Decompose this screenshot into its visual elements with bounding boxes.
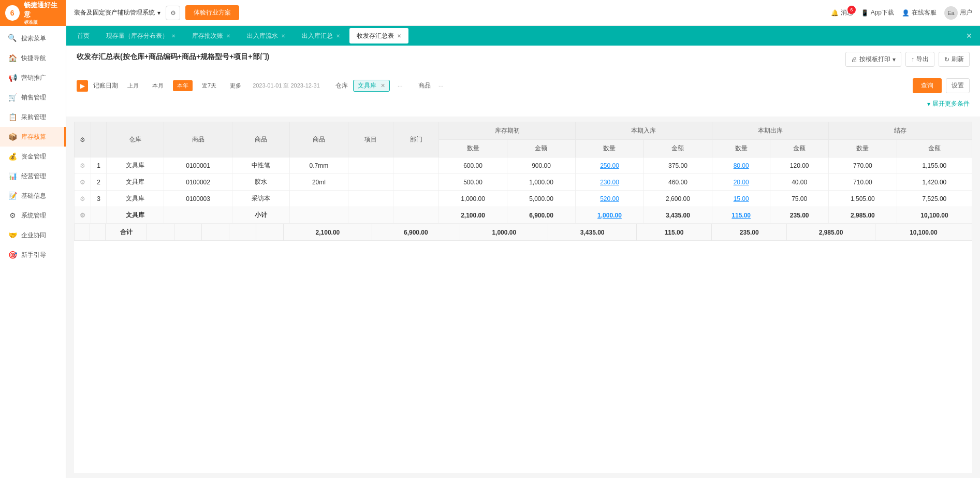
date-btn-more[interactable]: 更多 bbox=[226, 80, 245, 91]
system-title: 装备及固定资产辅助管理系统 bbox=[74, 8, 155, 17]
warehouse-more[interactable]: ··· bbox=[398, 82, 403, 90]
tab-home[interactable]: 首页 bbox=[70, 28, 97, 44]
notification-button[interactable]: 🔔 消息 6 bbox=[831, 8, 853, 17]
underline-link[interactable]: 520.00 bbox=[600, 195, 619, 202]
underline-link[interactable]: 15.00 bbox=[734, 195, 749, 202]
tab-label: 出入库汇总 bbox=[302, 32, 333, 40]
sidebar-item-operations[interactable]: 📊 经营管理 bbox=[0, 166, 66, 186]
refresh-button[interactable]: ↻ 刷新 bbox=[939, 52, 970, 67]
col-spec bbox=[290, 191, 348, 207]
tab-summary[interactable]: 出入库汇总 ✕ bbox=[295, 28, 347, 44]
col-in-amt: 2,600.00 bbox=[643, 191, 712, 207]
sidebar-item-basic-info[interactable]: 📝 基础信息 bbox=[0, 186, 66, 206]
underline-link[interactable]: 250.00 bbox=[600, 162, 619, 169]
underline-link[interactable]: 115.00 bbox=[732, 212, 751, 219]
enterprise-icon: 🤝 bbox=[8, 230, 17, 240]
avatar: Ea bbox=[944, 6, 958, 20]
sidebar-item-system[interactable]: ⚙ 系统管理 bbox=[0, 206, 66, 225]
sidebar-item-label: 快捷导航 bbox=[21, 54, 46, 63]
logo-icon: 6 bbox=[5, 5, 20, 21]
col-name: 采访本 bbox=[232, 191, 290, 207]
total-in-amt: 3,435.00 bbox=[548, 224, 636, 241]
app-download-label: App下载 bbox=[871, 8, 894, 17]
tab-flow[interactable]: 出入库流水 ✕ bbox=[240, 28, 292, 44]
col-bal-amt: 10,100.00 bbox=[897, 207, 972, 224]
tab-close-icon[interactable]: ✕ bbox=[171, 33, 175, 39]
tab-inventory-dist[interactable]: 现存量（库存分布表） ✕ bbox=[99, 28, 183, 44]
col-in-amt: 3,435.00 bbox=[643, 207, 712, 224]
avatar-text: Ea bbox=[947, 10, 954, 16]
query-button[interactable]: 查询 bbox=[913, 78, 942, 93]
col-spec-header: 商品 bbox=[290, 122, 348, 157]
col-name: 中性笔 bbox=[232, 157, 290, 174]
system-selector[interactable]: 装备及固定资产辅助管理系统 ▾ bbox=[74, 8, 160, 17]
operations-icon: 📊 bbox=[8, 171, 17, 181]
refresh-icon: ↻ bbox=[944, 56, 949, 63]
sidebar-item-search[interactable]: 🔍 搜索菜单 bbox=[0, 28, 66, 48]
col-open-qty: 1,000.00 bbox=[439, 191, 507, 207]
download-icon: 📱 bbox=[861, 9, 869, 17]
date-btn-this-month[interactable]: 本月 bbox=[148, 80, 168, 91]
export-button[interactable]: ↑ 导出 bbox=[905, 52, 934, 67]
sidebar-item-marketing[interactable]: 📢 营销推广 bbox=[0, 68, 66, 88]
col-in-amt: 375.00 bbox=[643, 157, 712, 174]
app-download-button[interactable]: 📱 App下载 bbox=[861, 8, 894, 17]
col-settings-header[interactable]: ⚙ bbox=[75, 122, 91, 157]
goods-label: 商品 bbox=[418, 81, 431, 90]
expand-row: ▾ 展开更多条件 bbox=[77, 97, 970, 110]
filter-toggle[interactable]: ▶ bbox=[77, 80, 88, 92]
sidebar: 6 畅捷通好生意 标准版 🔍 搜索菜单 🏠 快捷导航 📢 营销推广 🛒 销售管理… bbox=[0, 0, 66, 478]
sidebar-item-inventory[interactable]: 📦 库存核算 bbox=[0, 127, 66, 147]
tab-home-label: 首页 bbox=[77, 32, 90, 40]
underline-link[interactable]: 20.00 bbox=[734, 179, 749, 186]
warehouse-tag-close[interactable]: ✕ bbox=[381, 82, 385, 89]
tab-batch[interactable]: 库存批次账 ✕ bbox=[185, 28, 238, 44]
table-row: ⚙1文具库0100001中性笔0.7mm600.00900.00250.0037… bbox=[75, 157, 972, 174]
query-btn-area: 查询 设置 bbox=[913, 78, 970, 93]
home-icon: 🏠 bbox=[8, 53, 17, 63]
col-warehouse-header: 仓库 bbox=[107, 122, 164, 157]
col-warehouse: 文具库 bbox=[107, 191, 164, 207]
col-warehouse: 文具库 bbox=[107, 207, 164, 224]
sidebar-item-finance[interactable]: 💰 资金管理 bbox=[0, 147, 66, 166]
settings-button[interactable]: ⚙ bbox=[166, 6, 180, 20]
online-service-label: 在线客服 bbox=[912, 8, 937, 17]
expand-button[interactable]: ▾ 展开更多条件 bbox=[927, 99, 970, 108]
notification-badge: 6 bbox=[847, 6, 856, 14]
underline-link[interactable]: 80.00 bbox=[734, 162, 749, 169]
col-code bbox=[164, 207, 232, 224]
sidebar-item-guide[interactable]: 🎯 新手引导 bbox=[0, 245, 66, 265]
tab-close-icon[interactable]: ✕ bbox=[336, 33, 340, 39]
finance-icon: 💰 bbox=[8, 152, 17, 161]
underline-link[interactable]: 230.00 bbox=[600, 179, 619, 186]
sidebar-item-enterprise[interactable]: 🤝 企业协同 bbox=[0, 225, 66, 245]
sidebar-item-sales[interactable]: 🛒 销售管理 bbox=[0, 88, 66, 107]
col-settings: ⚙ bbox=[75, 207, 91, 224]
underline-link[interactable]: 1,000.00 bbox=[597, 212, 622, 219]
tab-close-icon[interactable]: ✕ bbox=[226, 33, 230, 39]
date-btn-7days[interactable]: 近7天 bbox=[198, 80, 221, 91]
template-print-label: 按模板打印 bbox=[859, 55, 890, 64]
date-btn-last-month[interactable]: 上月 bbox=[123, 80, 143, 91]
col-in-qty: 250.00 bbox=[575, 157, 643, 174]
bell-icon: 🔔 bbox=[831, 9, 839, 17]
basic-info-icon: 📝 bbox=[8, 191, 17, 200]
date-btn-this-year[interactable]: 本年 bbox=[173, 80, 193, 91]
tab-recv-send[interactable]: 收发存汇总表 ✕ bbox=[349, 28, 408, 44]
template-print-button[interactable]: 🖨 按模板打印 ▾ bbox=[845, 52, 901, 67]
user-menu[interactable]: Ea 用户 bbox=[944, 6, 972, 20]
sidebar-logo: 6 畅捷通好生意 标准版 bbox=[0, 0, 66, 26]
content-wrapper: 收发存汇总表(按仓库+商品编码+商品+规格型号+项目+部门) 🖨 按模板打印 ▾… bbox=[66, 46, 980, 478]
trial-button[interactable]: 体验行业方案 bbox=[185, 5, 239, 20]
online-service-button[interactable]: 👤 在线客服 bbox=[902, 8, 937, 17]
sidebar-item-quick-nav[interactable]: 🏠 快捷导航 bbox=[0, 48, 66, 68]
col-bal-qty: 1,505.00 bbox=[828, 191, 897, 207]
tab-close-icon[interactable]: ✕ bbox=[397, 33, 401, 39]
sidebar-item-purchase[interactable]: 📋 采购管理 bbox=[0, 107, 66, 127]
chevron-down-icon: ▾ bbox=[927, 100, 930, 108]
tabs-close-all[interactable]: ✕ bbox=[961, 32, 977, 40]
tab-close-icon[interactable]: ✕ bbox=[281, 33, 285, 39]
column-settings-button[interactable]: 设置 bbox=[946, 78, 970, 93]
goods-more[interactable]: ··· bbox=[438, 82, 444, 90]
total-project bbox=[229, 224, 256, 241]
